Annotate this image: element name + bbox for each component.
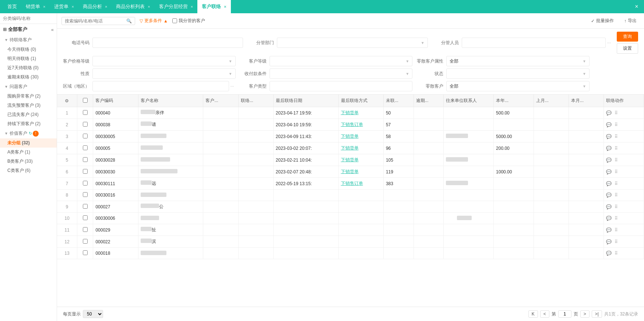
filter-cust-level-select[interactable]: ▼ (270, 56, 413, 66)
row-checkbox[interactable] (83, 239, 88, 244)
chat-icon[interactable]: 💬 (606, 193, 612, 198)
cell-checkbox[interactable] (77, 201, 93, 213)
chat-icon[interactable]: 💬 (606, 216, 612, 221)
nav-customer-contact-close[interactable]: × (224, 0, 226, 13)
more-icon[interactable]: ⠿ (615, 158, 618, 163)
sidebar-item-today[interactable]: 今天待联络 (0) (0, 45, 57, 54)
chat-icon[interactable]: 💬 (606, 239, 612, 244)
contact-method-link[interactable]: 下销售订单 (341, 122, 363, 127)
batch-op-btn[interactable]: ✓ 批量操作 (588, 16, 617, 25)
more-icon[interactable]: ⠿ (615, 134, 618, 139)
row-checkbox[interactable] (83, 157, 88, 162)
filter-sparse-cust-select[interactable]: 全部▼ (446, 81, 590, 91)
nav-purchase-close[interactable]: × (71, 0, 74, 13)
row-checkbox[interactable] (83, 192, 88, 197)
sidebar-item-class-b[interactable]: B类客户 (33) (0, 157, 57, 166)
sidebar-item-overdue[interactable]: 逾期未联络 (30) (0, 73, 57, 82)
chat-icon[interactable]: 💬 (606, 251, 612, 256)
cell-checkbox[interactable] (77, 131, 93, 142)
contact-method-link[interactable]: 下销货单 (341, 145, 359, 151)
my-customer-checkbox[interactable] (172, 18, 177, 23)
cell-checkbox[interactable] (77, 178, 93, 190)
row-checkbox[interactable] (83, 145, 88, 150)
filter-dept-select[interactable]: ▼ (277, 38, 427, 48)
nav-customer-segment-close[interactable]: × (191, 0, 193, 13)
filter-payment-select[interactable]: ▼ (270, 68, 413, 79)
cell-checkbox[interactable] (77, 236, 93, 248)
row-checkbox[interactable] (83, 169, 88, 174)
nav-customer-contact[interactable]: 客户联络 × (197, 0, 230, 13)
contact-method-link[interactable]: 下销货单 (341, 169, 359, 174)
nav-product-analysis-close[interactable]: × (105, 0, 107, 13)
nav-home[interactable]: 首页 (3, 0, 21, 13)
row-checkbox[interactable] (83, 227, 88, 232)
last-page-btn[interactable]: >| (592, 310, 602, 318)
sidebar-all-customers[interactable]: ⊞ 全部客户 « (0, 24, 57, 35)
settings-icon[interactable]: ⚙ (65, 98, 69, 103)
chat-icon[interactable]: 💬 (606, 146, 612, 151)
contact-method-link[interactable]: 下销货单 (341, 134, 359, 139)
chat-icon[interactable]: 💬 (606, 181, 612, 186)
row-checkbox[interactable] (83, 215, 88, 220)
contact-method-link[interactable]: 下销货单 (341, 157, 359, 162)
contact-method-link[interactable]: 下销货单 (341, 110, 359, 115)
sidebar-item-ungroup[interactable]: 未分组 (32) (0, 138, 57, 148)
sidebar-group-value-header[interactable]: ▼ 价值客户 ↻ ! (0, 128, 57, 138)
filter-region-dots[interactable]: ··· (229, 82, 236, 90)
page-size-select[interactable]: 50 20 100 (83, 310, 103, 318)
more-icon[interactable]: ⠿ (615, 169, 618, 174)
more-icon[interactable]: ⠿ (615, 216, 618, 221)
sidebar-item-churn-warning[interactable]: 流失预警客户 (3) (0, 101, 57, 110)
row-checkbox[interactable] (83, 122, 88, 127)
nav-customer-segment[interactable]: 客户分层经营 × (155, 0, 197, 13)
filter-sparse-attr-select[interactable]: 全部▼ (446, 56, 590, 66)
filter-status-select[interactable]: ▼ (446, 68, 590, 79)
contact-method-link[interactable]: 下销售订单 (341, 181, 363, 186)
sidebar-item-tomorrow[interactable]: 明天待联络 (1) (0, 54, 57, 63)
row-checkbox[interactable] (83, 110, 88, 115)
more-icon[interactable]: ⠿ (615, 204, 618, 209)
reset-btn[interactable]: 设置 (617, 43, 638, 54)
filter-price-level-select[interactable]: ▼ (92, 56, 236, 66)
row-checkbox[interactable] (83, 204, 88, 209)
more-icon[interactable]: ⠿ (615, 110, 618, 116)
filter-phone-input[interactable] (92, 38, 243, 48)
filter-manager-input[interactable] (462, 38, 606, 48)
sidebar-item-7days[interactable]: 近7天待联络 (0) (0, 63, 57, 73)
next-page-btn[interactable]: > (580, 310, 590, 318)
sidebar-item-class-a[interactable]: A类客户 (1) (0, 148, 57, 157)
refresh-icon[interactable]: ↻ (29, 131, 32, 136)
more-icon[interactable]: ⠿ (615, 122, 618, 127)
sidebar-group-problem-header[interactable]: ▼ 问题客户 (0, 82, 57, 92)
sidebar-item-class-c[interactable]: C类客户 (6) (0, 166, 57, 175)
cell-checkbox[interactable] (77, 107, 93, 119)
sidebar-item-abnormal[interactable]: 囤购异常客户 (2) (0, 92, 57, 101)
my-customer-toggle[interactable]: 我分管的客户 (172, 18, 205, 24)
nav-product-analysis[interactable]: 商品分析 × (78, 0, 112, 13)
filter-manager-dots[interactable]: ··· (606, 39, 612, 47)
more-icon[interactable]: ⠿ (615, 181, 618, 186)
more-icon[interactable]: ⠿ (615, 193, 618, 198)
nav-product-analysis-list-close[interactable]: × (148, 0, 150, 13)
search-submit-icon[interactable]: 🔍 (126, 18, 132, 24)
export-btn[interactable]: ↑ 导出 (621, 16, 640, 25)
cell-checkbox[interactable] (77, 224, 93, 236)
select-all-checkbox[interactable] (83, 98, 88, 103)
filter-region-input[interactable] (92, 81, 229, 91)
cell-checkbox[interactable] (77, 213, 93, 224)
th-checkbox[interactable] (77, 95, 93, 107)
cell-checkbox[interactable] (77, 142, 93, 154)
chat-icon[interactable]: 💬 (606, 169, 612, 174)
cell-checkbox[interactable] (77, 154, 93, 166)
more-icon[interactable]: ⠿ (615, 239, 618, 244)
filter-nature-select[interactable]: ▼ (92, 68, 236, 79)
filter-cust-type-input[interactable] (270, 81, 413, 91)
chat-icon[interactable]: 💬 (606, 134, 612, 139)
chat-icon[interactable]: 💬 (606, 122, 612, 127)
row-checkbox[interactable] (83, 250, 88, 255)
sidebar-item-declining[interactable]: 持续下滑客户 (2) (0, 119, 57, 128)
page-number-input[interactable] (558, 310, 571, 318)
row-checkbox[interactable] (83, 181, 88, 186)
chat-icon[interactable]: 💬 (606, 158, 612, 163)
sidebar-search-input[interactable] (3, 16, 57, 21)
